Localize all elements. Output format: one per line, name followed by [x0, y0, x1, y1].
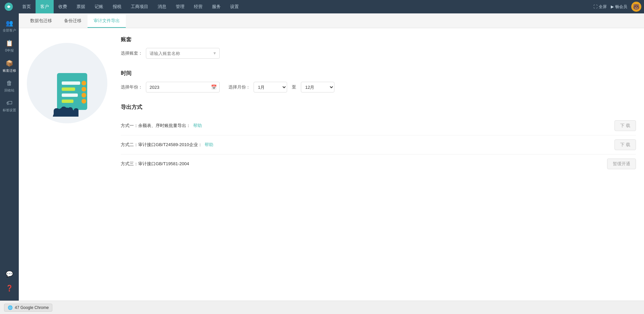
fullscreen-btn[interactable]: ⛶ 全屏: [593, 4, 607, 10]
help-link-2[interactable]: 帮助: [205, 142, 213, 147]
illustration-svg: [37, 50, 97, 117]
nav-service[interactable]: 服务: [207, 0, 225, 13]
svg-rect-3: [62, 81, 80, 85]
nav-items: 首页 客户 收费 票据 记账 报税 工商项目 消息 管理 经营 服务 设置: [17, 0, 593, 13]
sidebar-item-all-clients[interactable]: 👥 全部客户: [0, 16, 19, 36]
taskbar-item-label: 47 Google Chrome: [15, 305, 49, 310]
nav-message[interactable]: 消息: [153, 0, 171, 13]
nav-business[interactable]: 工商项目: [126, 0, 153, 13]
nav-manage[interactable]: 管理: [171, 0, 189, 13]
nav-home[interactable]: 首页: [17, 0, 36, 13]
nav-customer[interactable]: 客户: [36, 0, 54, 13]
migrate-icon: 📦: [6, 60, 13, 67]
month-to-select[interactable]: 1月 2月 3月 4月 5月 6月 7月 8月 9月 10月 11月 12月: [301, 82, 334, 92]
help-link-1[interactable]: 帮助: [193, 123, 202, 128]
taskbar-chrome-item[interactable]: 🌐 47 Google Chrome: [4, 304, 52, 312]
tab-audit-export[interactable]: 审计文件导出: [88, 14, 126, 28]
sidebar-item-zero-report[interactable]: 📋 0申报: [0, 36, 19, 56]
year-label: 选择年份：: [121, 84, 143, 90]
fullscreen-icon: ⛶: [593, 4, 597, 9]
svg-rect-5: [62, 93, 78, 97]
svg-point-10: [82, 99, 86, 104]
svg-point-7: [82, 81, 86, 85]
svg-rect-6: [62, 100, 73, 103]
sidebar-bottom: 💬 ❓: [4, 268, 15, 298]
account-form-row: 选择账套： ▼: [121, 48, 636, 59]
sidebar-label-migrate: 账套迁移: [3, 68, 16, 73]
form-area: 账套 选择账套： ▼ 时间 选择年份：: [121, 36, 636, 293]
year-input[interactable]: 📅: [146, 82, 220, 92]
time-section: 时间 选择年份： 📅 选择月份： 1月 2月 3月 4月: [121, 70, 636, 96]
svg-rect-2: [57, 73, 87, 110]
export-section-title: 导出方式: [121, 104, 636, 111]
export-method-3-label: 方式三：审计接口GB/T19581-2004: [121, 161, 189, 167]
sidebar-label-recycle: 回收站: [4, 88, 14, 93]
time-form-row: 选择年份： 📅 选择月份： 1月 2月 3月 4月 5月 6月: [121, 82, 636, 92]
main-layout: 👥 全部客户 📋 0申报 📦 账套迁移 🗑 回收站 🏷 标签设置 💬 ❓ 数据包…: [0, 13, 644, 301]
svg-rect-15: [74, 108, 78, 117]
account-label: 选择账套：: [121, 50, 143, 56]
svg-rect-13: [61, 107, 66, 117]
svg-point-1: [8, 6, 10, 8]
sidebar-label-tags: 标签设置: [3, 108, 16, 113]
time-section-title: 时间: [121, 70, 636, 77]
export-method-3: 方式三：审计接口GB/T19581-2004 暂缓开通: [121, 154, 636, 173]
page-content: 账套 选择账套： ▼ 时间 选择年份：: [19, 28, 644, 301]
svg-point-9: [82, 93, 86, 98]
clients-icon: 👥: [6, 19, 13, 27]
dropdown-icon: ▼: [213, 51, 217, 56]
nav-billing[interactable]: 收费: [54, 0, 72, 13]
nav-tax[interactable]: 报税: [108, 0, 126, 13]
year-field[interactable]: [150, 85, 216, 90]
svg-rect-12: [54, 108, 60, 117]
chrome-icon: 🌐: [8, 305, 13, 310]
illustration-area: [27, 36, 107, 293]
illustration-circle: [27, 43, 107, 123]
app-logo: [3, 1, 15, 13]
recycle-icon: 🗑: [6, 80, 12, 87]
to-label: 至: [290, 84, 298, 90]
account-section: 账套 选择账套： ▼: [121, 36, 636, 62]
nav-settings[interactable]: 设置: [225, 0, 244, 13]
top-navigation: 首页 客户 收费 票据 记账 报税 工商项目 消息 管理 经营 服务 设置 ⛶ …: [0, 0, 644, 13]
nav-bookkeeping[interactable]: 记账: [90, 0, 108, 13]
tag-icon: 🏷: [6, 100, 12, 107]
nav-invoice[interactable]: 票据: [72, 0, 90, 13]
sidebar-item-account-migrate[interactable]: 📦 账套迁移: [0, 56, 19, 76]
sidebar-message-icon[interactable]: 💬: [4, 268, 15, 280]
svg-point-8: [82, 87, 86, 91]
zero-report-icon: 📋: [6, 40, 13, 47]
sidebar-item-tag-settings[interactable]: 🏷 标签设置: [0, 96, 19, 116]
sidebar: 👥 全部客户 📋 0申报 📦 账套迁移 🗑 回收站 🏷 标签设置 💬 ❓: [0, 13, 19, 301]
nav-right: ⛶ 全屏 ▶ 畅会员 🐻: [593, 2, 641, 12]
month-label: 选择月份：: [228, 84, 250, 90]
content-area: 数据包迁移 备份迁移 审计文件导出: [19, 13, 644, 301]
download-btn-1[interactable]: 下 载: [614, 120, 636, 131]
sidebar-help-icon[interactable]: ❓: [4, 282, 15, 294]
sidebar-label-zero-report: 0申报: [5, 48, 14, 53]
account-input[interactable]: [150, 51, 216, 56]
account-select[interactable]: ▼: [146, 48, 220, 59]
svg-rect-14: [68, 107, 73, 117]
avatar[interactable]: 🐻: [631, 2, 641, 12]
export-method-1: 方式一：余额表、序时账批量导出： 帮助 下 载: [121, 116, 636, 135]
member-icon: ▶: [611, 4, 614, 9]
tabs-bar: 数据包迁移 备份迁移 审计文件导出: [19, 13, 644, 28]
export-method-2-label: 方式二：审计接口GB/T24589-2010企业： 帮助: [121, 142, 213, 148]
export-method-2: 方式二：审计接口GB/T24589-2010企业： 帮助 下 载: [121, 135, 636, 154]
export-method-1-label: 方式一：余额表、序时账批量导出： 帮助: [121, 123, 202, 129]
taskbar: 🌐 47 Google Chrome: [0, 301, 644, 314]
calendar-icon: 📅: [211, 84, 217, 90]
tab-data-migration[interactable]: 数据包迁移: [24, 14, 58, 28]
svg-rect-4: [62, 87, 75, 91]
download-btn-2[interactable]: 下 载: [614, 139, 636, 150]
member-btn[interactable]: ▶ 畅会员: [611, 4, 627, 10]
account-section-title: 账套: [121, 36, 636, 43]
nav-operation[interactable]: 经营: [189, 0, 207, 13]
open-btn-3[interactable]: 暂缓开通: [607, 159, 636, 169]
sidebar-label-clients: 全部客户: [3, 28, 16, 33]
export-section: 导出方式 方式一：余额表、序时账批量导出： 帮助 下 载 方式二：审计接口GB/: [121, 104, 636, 173]
tab-backup-migration[interactable]: 备份迁移: [58, 14, 88, 28]
month-from-select[interactable]: 1月 2月 3月 4月 5月 6月 7月 8月 9月 10月 11月 12月: [254, 82, 287, 92]
sidebar-item-recycle[interactable]: 🗑 回收站: [0, 76, 19, 96]
